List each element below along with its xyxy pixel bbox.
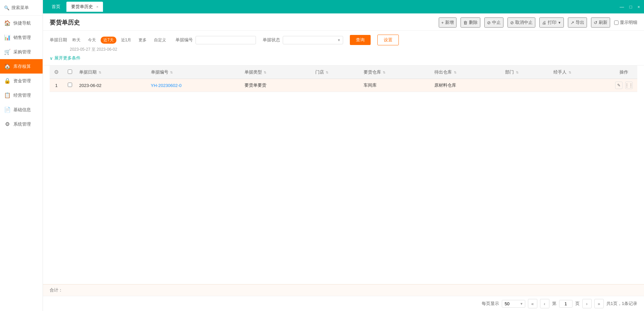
row-checkbox-cell [63, 79, 76, 92]
cancel-stop-button[interactable]: ⊘ 取消中止 [507, 17, 535, 28]
row-checkbox[interactable] [68, 83, 72, 87]
date-custom-btn[interactable]: 自定义 [151, 37, 169, 44]
date-today-btn[interactable]: 今天 [85, 37, 99, 44]
sidebar-item-finance[interactable]: 🔒 资金管理 [0, 74, 43, 88]
search-icon: 🔍 [4, 5, 9, 10]
settings-button[interactable]: 设置 [377, 35, 399, 45]
page-next-btn[interactable]: › [582, 299, 592, 308]
row-pending-warehouse: 原材料仓库 [432, 79, 502, 92]
sidebar-item-inventory[interactable]: 🏠 库存核算 [0, 59, 43, 74]
tab-home[interactable]: 首页 [47, 2, 65, 12]
doc-no-sort-icon[interactable]: ⇅ [170, 71, 173, 74]
plus-icon: + [441, 20, 444, 25]
sidebar: 🔍 搜索菜单 🏠 快捷导航 📊 销售管理 🛒 采购管理 🏠 库存核算 🔒 资金管… [0, 0, 43, 311]
gear-icon: ⚙ [4, 121, 11, 127]
window-maximize-btn[interactable]: □ [630, 4, 632, 9]
new-button[interactable]: + 新增 [439, 17, 457, 28]
window-close-btn[interactable]: × [637, 4, 640, 9]
row-doc-type: 要货单要货 [242, 79, 313, 92]
ops-icons: ✎ ⋮⋮ [613, 82, 635, 89]
select-all-checkbox[interactable] [68, 70, 72, 74]
tab-active-label: 要货单历史 [71, 4, 93, 10]
sidebar-item-system[interactable]: ⚙ 系统管理 [0, 117, 43, 131]
date-sort-icon[interactable]: ⇅ [99, 71, 101, 74]
sidebar-search[interactable]: 🔍 搜索菜单 [0, 0, 43, 16]
refresh-button[interactable]: ↺ 刷新 [591, 17, 610, 28]
col-store: 门店 ⇅ [313, 65, 361, 79]
page-size-select[interactable]: 50 100 200 [502, 300, 525, 308]
table-area: ⚙ 单据日期 ⇅ 单据编号 ⇅ [43, 65, 644, 284]
display-detail-checkbox[interactable] [614, 20, 619, 25]
col-date: 单据日期 ⇅ [76, 65, 148, 79]
pagination-bar: 每页显示 50 100 200 « ‹ 第 页 › » 共1页，1条记录 [43, 296, 644, 311]
header-actions: + 新增 🗑 删除 ⊘ 中止 ⊘ 取消中止 🖨 打印 [439, 17, 638, 28]
main-area: 首页 要货单历史 × — □ × 要货单历史 + 新增 🗑 删除 [43, 0, 644, 311]
data-table: ⚙ 单据日期 ⇅ 单据编号 ⇅ [50, 65, 637, 92]
table-body: 1 2023-06-02 YH-20230602-0 要货单要货 车间库 原材料… [50, 79, 637, 92]
sidebar-item-purchase[interactable]: 🛒 采购管理 [0, 45, 43, 59]
display-detail-toggle[interactable]: 显示明细 [614, 19, 637, 26]
sidebar-item-operation[interactable]: 📋 经营管理 [0, 88, 43, 102]
page-prev-btn[interactable]: ‹ [540, 299, 549, 308]
stop-button[interactable]: ⊘ 中止 [484, 17, 503, 28]
doc-no-input[interactable] [196, 36, 256, 44]
stop-label: 中止 [492, 19, 501, 26]
filter-area: 单据日期 昨天 今天 近7天 近1月 更多 自定义 单据编号 [43, 31, 644, 65]
row-doc-no: YH-20230602-0 [148, 79, 242, 92]
sidebar-item-quick-nav[interactable]: 🏠 快捷导航 [0, 16, 43, 30]
sidebar-item-sales[interactable]: 📊 销售管理 [0, 30, 43, 45]
delete-button[interactable]: 🗑 删除 [461, 17, 480, 28]
window-minimize-btn[interactable]: — [620, 4, 624, 9]
doc-icon: 📄 [4, 106, 11, 113]
stop-icon: ⊘ [487, 20, 491, 25]
export-button[interactable]: ↗ 导出 [568, 17, 587, 28]
table-header-row: ⚙ 单据日期 ⇅ 单据编号 ⇅ [50, 65, 637, 79]
export-icon: ↗ [571, 20, 574, 25]
filter-doc-no: 单据编号 [175, 36, 256, 44]
row-more-icon[interactable]: ⋮⋮ [625, 82, 633, 89]
display-detail-label: 显示明细 [620, 19, 637, 26]
date-7days-btn[interactable]: 近7天 [101, 37, 116, 44]
print-button[interactable]: 🖨 打印 ▼ [539, 17, 564, 28]
sidebar-item-label: 库存核算 [13, 63, 31, 70]
sidebar-item-basic[interactable]: 📄 基础信息 [0, 102, 43, 117]
date-more-btn[interactable]: 更多 [136, 37, 149, 44]
doc-type-sort-icon[interactable]: ⇅ [264, 71, 266, 74]
row-edit-icon[interactable]: ✎ [615, 82, 623, 89]
topbar: 首页 要货单历史 × — □ × [43, 0, 644, 13]
delete-label: 删除 [469, 19, 478, 26]
row-doc-no-link[interactable]: YH-20230602-0 [151, 83, 182, 88]
column-settings-icon[interactable]: ⚙ [54, 69, 59, 75]
tab-requisition-history[interactable]: 要货单历史 × [66, 2, 103, 12]
handler-sort-icon[interactable]: ⇅ [569, 71, 571, 74]
date-1month-btn[interactable]: 近1月 [118, 37, 134, 44]
store-sort-icon[interactable]: ⇅ [326, 71, 328, 74]
page-first-btn[interactable]: « [528, 299, 537, 308]
status-select-wrapper [283, 36, 343, 44]
page-size-wrapper: 50 100 200 [502, 300, 525, 308]
print-label: 打印 [548, 19, 556, 26]
page-number-input[interactable] [559, 300, 573, 308]
date-filter-label: 单据日期 [50, 37, 67, 43]
sidebar-item-label: 销售管理 [13, 35, 31, 41]
per-page-label: 每页显示 [482, 301, 499, 307]
date-yesterday-btn[interactable]: 昨天 [70, 37, 83, 44]
expand-more-btn[interactable]: ∨ 展开更多条件 [50, 55, 637, 61]
new-label: 新增 [445, 19, 454, 26]
status-select[interactable] [283, 36, 343, 44]
row-ops: ✎ ⋮⋮ [610, 79, 637, 92]
filter-date: 单据日期 昨天 今天 近7天 近1月 更多 自定义 [50, 37, 169, 44]
pending-warehouse-sort-icon[interactable]: ⇅ [454, 71, 457, 74]
req-warehouse-sort-icon[interactable]: ⇅ [383, 71, 385, 74]
department-sort-icon[interactable]: ⇅ [516, 71, 519, 74]
home-icon: 🏠 [4, 20, 11, 26]
filter-row: 单据日期 昨天 今天 近7天 近1月 更多 自定义 单据编号 [50, 35, 637, 45]
row-index: 1 [50, 79, 63, 92]
tab-close-icon[interactable]: × [96, 5, 98, 9]
page-last-btn[interactable]: » [594, 299, 604, 308]
page-suffix-label: 页 [575, 301, 580, 307]
query-button[interactable]: 查询 [350, 35, 371, 45]
page-prefix-label: 第 [552, 301, 556, 307]
sidebar-item-label: 资金管理 [13, 78, 31, 84]
cancel-stop-label: 取消中止 [515, 19, 533, 26]
